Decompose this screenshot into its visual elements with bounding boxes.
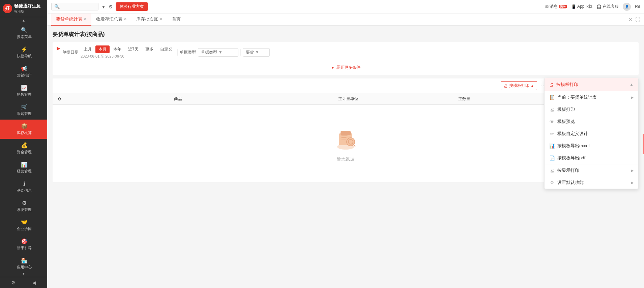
topbar: 🔍 ▼ ⚙ 体验行业方案 ✉ 消息 99+ 📱 App下载 🎧 在线客服 👤 R… <box>47 0 644 13</box>
order-type-select[interactable]: 要货 ▼ <box>243 48 270 57</box>
message-action[interactable]: ✉ 消息 99+ <box>545 4 567 9</box>
app-download-label: App下载 <box>577 4 592 9</box>
sidebar-item-inventory[interactable]: 📦 库存核算 <box>0 120 47 139</box>
date-btn-近7天[interactable]: 近7天 <box>125 45 142 53</box>
app-download-action[interactable]: 📱 App下载 <box>571 4 592 9</box>
sidebar-item-shortcut[interactable]: ⚡ 快捷导航 <box>0 43 47 62</box>
empty-text: 暂无数据 <box>337 156 354 162</box>
set_default-icon: ⚙ <box>549 180 555 185</box>
collapse-icon[interactable]: ◀ <box>32 280 36 285</box>
dropdown-header-actions: ▲ <box>630 82 634 87</box>
sidebar-scroll-up[interactable]: ▲ <box>21 18 26 23</box>
table-col-0: ⚙ <box>53 97 66 101</box>
settings-icon[interactable]: ⚙ <box>11 280 16 285</box>
dropdown-section-set_default[interactable]: ⚙ 设置默认功能 ▶ <box>545 177 638 189</box>
table-gear-icon[interactable]: ⚙ <box>58 97 61 101</box>
search-icon: 🔍 <box>54 4 60 9</box>
expand-icon: ▼ <box>331 65 335 70</box>
print-dropdown-menu: 🖨 按模板打印 ▲ 📋 当前：要货单统计表 ▶ 🖨 模板打印 👁 模板预览 ✏ … <box>544 78 639 189</box>
dropdown-item-export_excel[interactable]: 📊 按模板导出excel <box>545 140 638 152</box>
sidebar-item-finance[interactable]: 💰 资金管理 <box>0 139 47 158</box>
sidebar-item-guide[interactable]: 🎯 新手引导 <box>0 235 47 254</box>
dropdown-title: 按模板打印 <box>556 82 578 88</box>
customer-service-label: 在线客服 <box>603 4 619 9</box>
tab-label-home: 首页 <box>172 16 181 22</box>
filter-bar: ▶ 单据日期 上月本月本年近7天更多自定义 2023-06-01 至 2023-… <box>53 42 639 75</box>
date-btn-上月[interactable]: 上月 <box>81 45 95 53</box>
table-col-2: 主计量单位 <box>290 96 406 102</box>
user-name[interactable]: Rit <box>635 4 640 9</box>
print-template-btn[interactable]: 🖨 按模板打印 ▲ <box>501 81 537 90</box>
sidebar-item-basic[interactable]: ℹ 基础信息 <box>0 177 47 196</box>
promo-button[interactable]: 体验行业方案 <box>116 2 148 11</box>
filter-divider-2 <box>240 49 241 56</box>
date-btn-更多[interactable]: 更多 <box>142 45 156 53</box>
dropdown-item-template_preview[interactable]: 👁 模板预览 <box>545 116 638 128</box>
tab-close-batch[interactable]: ✕ <box>159 17 163 21</box>
topbar-search-input[interactable] <box>61 4 95 9</box>
sales-icon: 📈 <box>21 85 28 91</box>
tab-collection[interactable]: 收发存汇总表✕ <box>91 13 131 26</box>
sidebar-item-system[interactable]: ⚙ 系统管理 <box>0 196 47 216</box>
tab-close-order_stats[interactable]: ✕ <box>84 17 87 21</box>
sidebar-scroll-down[interactable]: ▼ <box>21 271 26 276</box>
finance-icon: 💰 <box>21 142 28 149</box>
sidebar-item-appstore[interactable]: 🏪 应用中心 <box>0 254 47 270</box>
tab-batch[interactable]: 库存批次账✕ <box>131 13 167 26</box>
purchase-icon: 🛒 <box>21 104 28 110</box>
topbar-gear-icon[interactable]: ▼ <box>101 4 106 9</box>
expand-label: 展开更多条件 <box>336 65 360 70</box>
nav-label-appstore: 应用中心 <box>17 265 32 270</box>
user-avatar[interactable]: 👤 <box>623 3 631 11</box>
date-buttons-group: 上月本月本年近7天更多自定义 <box>81 45 175 53</box>
nav-label-basic: 基础信息 <box>17 188 32 193</box>
sidebar-item-operation[interactable]: 📊 经营管理 <box>0 158 47 177</box>
date-btn-自定义[interactable]: 自定义 <box>157 45 175 53</box>
message-badge: 99+ <box>559 5 567 8</box>
dropdown-collapse-icon[interactable]: ▲ <box>630 82 634 87</box>
dropdown-section-display_print[interactable]: 🖨 按显示打印 ▶ <box>545 164 638 177</box>
sidebar-item-purchase[interactable]: 🛒 采购管理 <box>0 100 47 120</box>
dropdown-header: 🖨 按模板打印 ▲ <box>545 78 638 91</box>
tab-home[interactable]: 首页 <box>167 13 185 26</box>
export_pdf-icon: 📄 <box>549 155 555 161</box>
nav-label-sales: 销售管理 <box>17 92 32 97</box>
tab-close-window-btn[interactable]: ✕ <box>628 17 633 22</box>
current-template-arrow: ▶ <box>631 95 634 100</box>
sidebar-item-marketing[interactable]: 📢 营销推广 <box>0 62 47 81</box>
display_print-arrow: ▶ <box>631 168 634 173</box>
topbar-settings-icon[interactable]: ⚙ <box>109 4 113 9</box>
date-btn-本年[interactable]: 本年 <box>110 45 124 53</box>
order-type-label: 要货 <box>246 50 254 55</box>
nav-label-search: 搜索菜单 <box>17 34 32 39</box>
main-area: 🔍 ▼ ⚙ 体验行业方案 ✉ 消息 99+ 📱 App下载 🎧 在线客服 👤 R… <box>47 0 644 288</box>
nav-label-system: 系统管理 <box>17 207 32 212</box>
tab-label-collection: 收发存汇总表 <box>96 16 122 22</box>
expand-filter-btn[interactable]: ▼ 展开更多条件 <box>57 63 635 72</box>
dropdown-item-export_pdf[interactable]: 📄 按模板导出pdf <box>545 152 638 164</box>
sidebar-item-collab[interactable]: 🤝 企业协同 <box>0 216 47 235</box>
customer-service-action[interactable]: 🎧 在线客服 <box>596 4 619 9</box>
app-logo-icon: 好 <box>3 4 12 13</box>
dropdown-sections: 🖨 按显示打印 ▶ ⚙ 设置默认功能 ▶ <box>545 164 638 189</box>
tab-close-collection[interactable]: ✕ <box>124 17 127 21</box>
app-version: 标准版 <box>14 9 40 13</box>
tab-order_stats[interactable]: 要货单统计表✕ <box>51 13 91 26</box>
sidebar-item-sales[interactable]: 📈 销售管理 <box>0 81 47 100</box>
sidebar-item-search[interactable]: 🔍 搜索菜单 <box>0 24 47 43</box>
tab-label-order_stats: 要货单统计表 <box>56 16 82 22</box>
dropdown-current-template[interactable]: 📋 当前：要货单统计表 ▶ <box>545 91 638 103</box>
filter-collapse-icon[interactable]: ▶ <box>57 45 60 51</box>
dropdown-item-template_print[interactable]: 🖨 模板打印 <box>545 103 638 116</box>
dropdown-item-template_design[interactable]: ✏ 模板自定义设计 <box>545 128 638 140</box>
date-btn-本月[interactable]: 本月 <box>95 45 110 53</box>
sidebar: 好 畅捷通好生意 标准版 ▲ 🔍 搜索菜单 ⚡ 快捷导航 📢 营销推广 📈 销售… <box>0 0 47 288</box>
tab-maximize-btn[interactable]: ⛶ <box>635 17 640 22</box>
nav-label-guide: 新手引导 <box>17 246 32 251</box>
type-filter-select[interactable]: 单据类型 ▼ <box>198 48 238 57</box>
basic-icon: ℹ <box>23 181 25 187</box>
topbar-search-box[interactable]: 🔍 <box>51 3 98 10</box>
nav-label-finance: 资金管理 <box>17 150 32 155</box>
app-logo-text: 畅捷通好生意 标准版 <box>14 3 40 13</box>
right-scrollbar[interactable] <box>643 134 644 154</box>
